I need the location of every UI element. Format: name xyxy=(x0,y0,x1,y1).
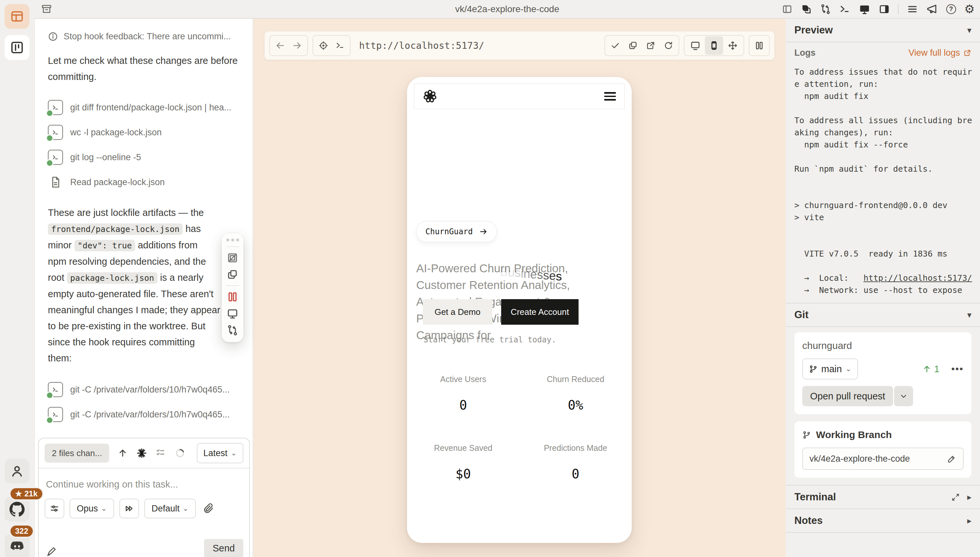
commits-ahead-indicator[interactable]: 1 xyxy=(922,364,939,375)
flower-logo-icon[interactable] xyxy=(423,89,437,104)
stat-cell: Churn Reduced 0% xyxy=(519,375,632,412)
command-item[interactable]: git log --oneline -5 xyxy=(48,150,253,165)
sidebar-right-icon[interactable] xyxy=(879,3,890,15)
open-external-icon[interactable] xyxy=(646,41,656,50)
rail-layout-button[interactable] xyxy=(5,4,29,29)
megaphone-icon[interactable] xyxy=(926,3,938,15)
info-icon xyxy=(48,31,58,42)
forward-icon[interactable] xyxy=(292,41,302,50)
url-field[interactable]: http://localhost:5173/ xyxy=(359,40,484,51)
arrow-up-icon xyxy=(922,364,931,373)
rail-account-button[interactable] xyxy=(5,459,29,484)
desktop-device-icon[interactable] xyxy=(686,40,705,51)
working-branch-field[interactable]: vk/4e2a-explore-the-code xyxy=(802,448,964,470)
settings-sliders-button[interactable] xyxy=(45,499,64,518)
command-label: git -C /private/var/folders/10/h7w0q465.… xyxy=(70,410,230,420)
inspect-button-group xyxy=(312,35,351,56)
monitor-view-icon[interactable] xyxy=(227,308,238,319)
refresh-icon[interactable] xyxy=(663,41,673,50)
command-item[interactable]: git diff frontend/package-lock.json | he… xyxy=(48,100,253,115)
fast-forward-button[interactable] xyxy=(119,499,139,518)
brand-pill-button[interactable]: ChurnGuard xyxy=(416,221,497,242)
branch-selector[interactable]: main ⌄ xyxy=(802,358,858,379)
edit-pencil-icon[interactable] xyxy=(947,454,956,464)
composer-controls: Opus ⌄ Default ⌄ xyxy=(39,490,249,518)
git-branch-icon xyxy=(802,430,811,440)
command-item[interactable]: wc -l package-lock.json xyxy=(48,125,253,140)
git-section-header[interactable]: Git ▾ xyxy=(794,303,972,326)
command-item[interactable]: git -C /private/var/folders/10/h7w0q465.… xyxy=(48,382,253,397)
checklist-icon[interactable] xyxy=(155,448,167,459)
browser-actions xyxy=(604,35,770,56)
monitor-icon[interactable] xyxy=(859,3,871,15)
drag-handle-icon[interactable] xyxy=(226,239,239,241)
terminal-icon[interactable] xyxy=(839,3,851,15)
hook-feedback-banner[interactable]: Stop hook feedback: There are uncommi... xyxy=(48,31,253,42)
target-icon[interactable] xyxy=(318,41,328,50)
more-options-icon[interactable]: ••• xyxy=(951,363,964,375)
logs-header: Logs View full logs xyxy=(794,42,972,63)
copy-icon[interactable] xyxy=(628,41,638,50)
preview-section-header[interactable]: Preview ▾ xyxy=(794,19,972,42)
assistant-message: Let me check what these changes are befo… xyxy=(48,53,238,85)
chevron-down-icon: ▾ xyxy=(967,25,972,35)
files-changed-chip[interactable]: 2 files chan... xyxy=(45,444,109,463)
hero-buttons: Get a Demo Create Account xyxy=(423,299,578,325)
back-icon[interactable] xyxy=(275,41,285,50)
chevron-right-icon: ▸ xyxy=(967,516,972,526)
git-repo-card: churnguard main ⌄ 1 ••• Open pull reques… xyxy=(794,332,972,414)
rail-kanban-button[interactable] xyxy=(5,35,29,60)
console-icon[interactable] xyxy=(335,41,345,50)
topbar: vk/4e2a-explore-the-code ? ⚙ xyxy=(34,0,980,19)
move-resize-icon[interactable] xyxy=(723,40,742,51)
copy-icon[interactable] xyxy=(227,269,238,280)
git-compare-icon[interactable] xyxy=(820,3,831,15)
latest-dropdown[interactable]: Latest ⌄ xyxy=(197,443,243,463)
pr-dropdown-button[interactable] xyxy=(894,386,913,406)
stat-cell: Revenue Saved $0 xyxy=(407,443,519,481)
terminal-section-header[interactable]: Terminal ▸ xyxy=(794,485,972,508)
command-label: git log --oneline -5 xyxy=(70,152,141,163)
mobile-device-icon[interactable] xyxy=(705,36,723,55)
split-columns-icon[interactable] xyxy=(755,41,764,50)
view-full-logs-link[interactable]: View full logs xyxy=(908,48,972,58)
expand-icon[interactable] xyxy=(951,493,960,502)
archive-icon[interactable] xyxy=(41,3,52,15)
model-dropdown[interactable]: Opus ⌄ xyxy=(70,499,114,518)
sidebar-left-icon[interactable] xyxy=(782,4,792,15)
browser-toolbar: http://localhost:5173/ xyxy=(265,31,775,60)
check-icon[interactable] xyxy=(610,41,620,50)
create-account-button[interactable]: Create Account xyxy=(501,299,578,325)
preview-pane: http://localhost:5173/ xyxy=(253,19,786,557)
help-icon[interactable]: ? xyxy=(946,4,956,14)
send-button[interactable]: Send xyxy=(204,539,243,557)
attachment-paperclip-icon[interactable] xyxy=(203,503,214,514)
git-section-title: Git xyxy=(794,309,808,321)
starburst-icon[interactable] xyxy=(136,448,147,459)
local-url-link[interactable]: http://localhost:5173/ xyxy=(864,273,972,283)
mode-dropdown[interactable]: Default ⌄ xyxy=(144,499,196,518)
hook-feedback-text: Stop hook feedback: There are uncommi... xyxy=(64,31,231,42)
menu-icon[interactable] xyxy=(907,3,918,15)
get-demo-button[interactable]: Get a Demo xyxy=(423,299,492,325)
columns-view-icon[interactable] xyxy=(227,291,238,303)
chat-input[interactable]: Continue working on this task... xyxy=(39,469,249,490)
notes-section-header[interactable]: Notes ▸ xyxy=(794,509,972,532)
command-item[interactable]: git -C /private/var/folders/10/h7w0q465.… xyxy=(48,407,253,422)
discord-icon xyxy=(9,539,25,554)
scroll-to-top-icon[interactable] xyxy=(118,448,128,458)
chevron-down-icon: ⌄ xyxy=(101,505,107,512)
highlighter-icon[interactable] xyxy=(46,545,58,557)
rail-github-button[interactable]: ★21k xyxy=(5,497,29,522)
notes-section-title: Notes xyxy=(794,515,823,526)
snippet-icon[interactable] xyxy=(227,252,238,264)
split-view-group xyxy=(749,35,770,56)
git-compare-icon[interactable] xyxy=(227,324,238,336)
open-pr-button[interactable]: Open pull request xyxy=(802,386,893,406)
hamburger-menu-icon[interactable] xyxy=(604,92,616,101)
chat-bubbles-icon[interactable] xyxy=(800,3,812,15)
command-label: git diff frontend/package-lock.json | he… xyxy=(70,103,231,113)
rail-discord-button[interactable]: 322 xyxy=(5,534,29,557)
gear-icon[interactable]: ⚙ xyxy=(964,3,975,15)
read-file-item[interactable]: Read package-lock.json xyxy=(48,174,253,190)
